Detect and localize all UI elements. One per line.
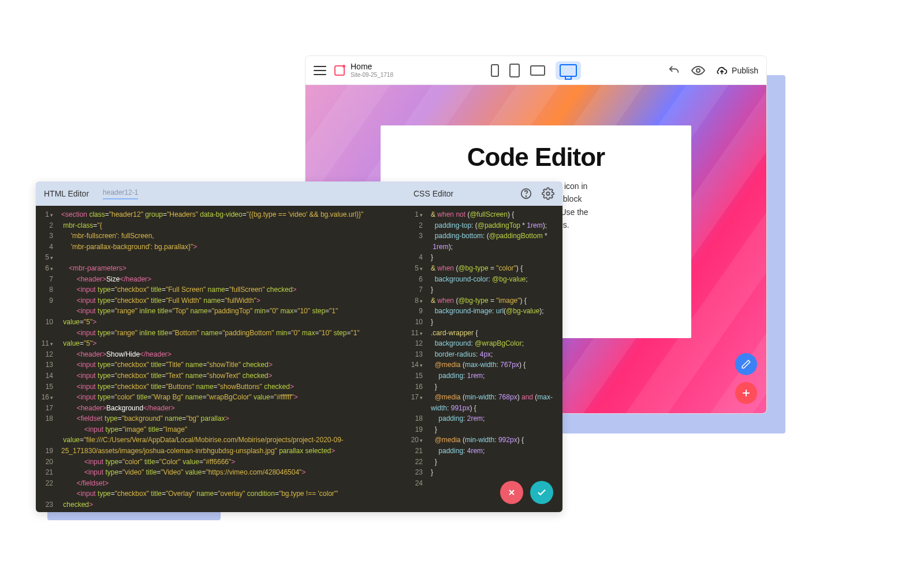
css-pane-header: CSS Editor xyxy=(405,181,562,206)
css-editor-label: CSS Editor xyxy=(413,189,453,198)
html-editor-label: HTML Editor xyxy=(44,189,89,198)
code-editor-panel: HTML Editor header12-1 1▾2345▾6▾789 10 1… xyxy=(36,181,562,512)
device-desktop xyxy=(560,64,577,77)
svg-point-2 xyxy=(526,196,526,197)
edit-fab[interactable] xyxy=(735,353,757,375)
html-pane: HTML Editor header12-1 1▾2345▾6▾789 10 1… xyxy=(36,181,405,512)
device-phone[interactable] xyxy=(491,64,499,77)
publish-button[interactable]: Publish xyxy=(716,64,758,77)
confirm-button[interactable] xyxy=(530,481,553,504)
topbar: Home Site-09-25_1718 Publish xyxy=(305,56,766,85)
css-gutter: 1▾23 45▾678▾91011▾121314▾151617▾ 181920▾… xyxy=(405,206,427,492)
gear-icon[interactable] xyxy=(542,187,554,200)
help-icon[interactable] xyxy=(520,187,532,200)
html-code-area[interactable]: 1▾2345▾6▾789 10 11▾1213141516▾1718 19202… xyxy=(36,206,405,512)
card-title: Code Editor xyxy=(404,143,668,172)
css-header-icons xyxy=(520,187,554,200)
css-pane: CSS Editor 1▾23 45▾678▾91011▾121314▾1516… xyxy=(405,181,562,512)
undo-icon[interactable] xyxy=(667,64,681,77)
publish-label: Publish xyxy=(732,66,758,75)
device-tablet[interactable] xyxy=(509,64,520,77)
cancel-button[interactable] xyxy=(500,481,523,504)
hamburger-icon[interactable] xyxy=(314,66,326,75)
html-code-body: <section class="header12" group="Headers… xyxy=(36,206,405,512)
page-info: Home Site-09-25_1718 xyxy=(351,62,393,77)
preview-icon[interactable] xyxy=(691,64,705,77)
device-switcher xyxy=(491,61,581,80)
svg-point-3 xyxy=(546,192,550,195)
add-fab[interactable] xyxy=(735,382,757,404)
device-landscape[interactable] xyxy=(530,65,545,76)
svg-point-0 xyxy=(696,69,700,72)
page-title: Home xyxy=(351,62,393,71)
page-icon xyxy=(334,65,345,76)
html-gutter: 1▾2345▾6▾789 10 11▾1213141516▾1718 19202… xyxy=(36,206,58,512)
site-name: Site-09-25_1718 xyxy=(351,72,393,78)
floating-buttons xyxy=(735,353,757,404)
css-code-area[interactable]: 1▾23 45▾678▾91011▾121314▾151617▾ 181920▾… xyxy=(405,206,562,512)
top-actions: Publish xyxy=(667,64,758,77)
editor-actions xyxy=(500,481,553,504)
css-code-body: & when not (@fullScreen) { padding-top: … xyxy=(405,206,562,481)
device-desktop-wrap[interactable] xyxy=(556,61,581,80)
html-editor-sub[interactable]: header12-1 xyxy=(103,188,138,199)
html-pane-header: HTML Editor header12-1 xyxy=(36,181,405,206)
